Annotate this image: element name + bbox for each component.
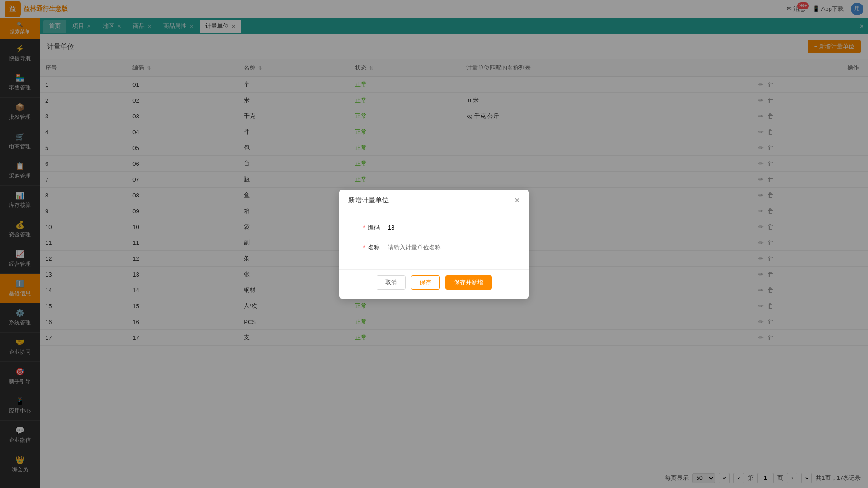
code-label: * 编码 <box>348 224 380 232</box>
save-button[interactable]: 保存 <box>411 275 440 290</box>
modal-header: 新增计量单位 ✕ <box>339 190 529 211</box>
modal-footer: 取消 保存 保存并新增 <box>339 269 529 299</box>
modal-overlay[interactable]: 新增计量单位 ✕ * 编码 * 名称 取消 保存 保存并新增 <box>0 0 868 488</box>
name-form-row: * 名称 <box>348 242 520 253</box>
name-label: * 名称 <box>348 244 380 252</box>
cancel-button[interactable]: 取消 <box>377 275 406 290</box>
modal-body: * 编码 * 名称 <box>339 211 529 269</box>
add-unit-modal: 新增计量单位 ✕ * 编码 * 名称 取消 保存 保存并新增 <box>339 190 529 299</box>
code-form-row: * 编码 <box>348 222 520 233</box>
name-input[interactable] <box>384 242 520 253</box>
modal-close-button[interactable]: ✕ <box>514 196 520 205</box>
save-and-new-button[interactable]: 保存并新增 <box>445 275 492 290</box>
modal-title: 新增计量单位 <box>348 196 389 205</box>
code-input[interactable] <box>384 222 520 233</box>
code-required-mark: * <box>363 224 365 231</box>
name-required-mark: * <box>363 244 365 251</box>
